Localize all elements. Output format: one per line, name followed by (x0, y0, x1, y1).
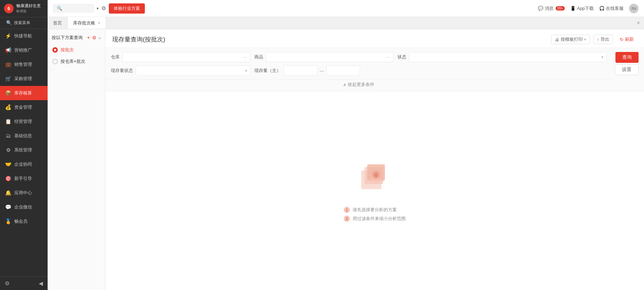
tab-home[interactable]: 首页 (48, 17, 68, 29)
content-area: 按以下方案查询 + ⚙ « 按批次 按仓库+批次 现存量查询(按批次) (48, 29, 644, 290)
export-icon: ↑ (597, 37, 599, 42)
online-service-button[interactable]: 🎧 在线客服 (599, 5, 624, 12)
collapse-sidebar-icon[interactable]: ◀ (39, 280, 43, 287)
status-label: 状态 (397, 54, 406, 60)
status-select[interactable]: ▾ (409, 52, 607, 62)
sidebar-item-appstore[interactable]: 🔔 应用中心 (0, 186, 48, 200)
left-panel-header: 按以下方案查询 + ⚙ « (48, 33, 105, 44)
sidebar-item-system[interactable]: ⚙ 系统管理 (0, 143, 48, 157)
topbar-gear-icon[interactable]: ⚙ (101, 5, 106, 12)
collapse-filters-button[interactable]: ∧ 收起更多条件 (343, 81, 374, 88)
filter-buttons: 查询 设置 (612, 48, 644, 91)
collapse-icon: ∧ (343, 82, 346, 87)
stock-qty-max-input[interactable] (326, 66, 360, 76)
tabbar: 首页 库存批次账 × × (48, 17, 644, 29)
sidebar-nav: ⚡ 快捷导航 📢 营销推广 💼 销售管理 🛒 采购管理 📦 库存核算 💰 资金管… (0, 29, 48, 276)
sidebar-item-basics[interactable]: 🗂 基础信息 (0, 129, 48, 143)
scheme-item-warehouse-batch[interactable]: 按仓库+批次 (48, 56, 105, 67)
scheme-settings-icon[interactable]: ⚙ (92, 35, 97, 40)
sidebar-search-label: 搜索菜单 (14, 20, 30, 26)
set-button[interactable]: 设置 (615, 64, 639, 75)
marketing-icon: 📢 (5, 47, 12, 54)
hint-text-2: 用过滤条件来缩小分析范围 (353, 216, 406, 222)
user-menu[interactable]: Rit (629, 4, 639, 13)
left-panel: 按以下方案查询 + ⚙ « 按批次 按仓库+批次 (48, 29, 105, 290)
member-icon: 🏅 (5, 218, 12, 225)
stock-status-label: 现存量状态 (111, 68, 133, 74)
empty-illustration (354, 157, 395, 199)
topbar-right: 💬 消息 99+ 📱 App下载 🎧 在线客服 Rit (538, 4, 639, 13)
settings-bottom-icon[interactable]: ⚙ (5, 280, 10, 287)
trial-button[interactable]: 体验行业方案 (109, 3, 145, 14)
sidebar-item-quick[interactable]: ⚡ 快捷导航 (0, 29, 48, 43)
goods-label: 商品 (254, 54, 263, 60)
warehouse-input[interactable]: ··· (122, 52, 250, 62)
status-dropdown-icon: ▾ (601, 55, 604, 59)
sidebar-item-sales[interactable]: 💼 销售管理 (0, 57, 48, 72)
quick-icon: ⚡ (5, 33, 12, 39)
sidebar-logo: 6 畅康通好生意 标准版 (0, 0, 48, 17)
collapse-row: ∧ 收起更多条件 (105, 79, 612, 91)
newbie-icon: 🎯 (5, 175, 12, 182)
sidebar-item-collab[interactable]: 🤝 企业协同 (0, 157, 48, 171)
sidebar-item-label: 快捷导航 (14, 33, 32, 39)
print-icon: 🖨 (555, 37, 559, 42)
stock-status-filter-group: 现存量状态 ▾ (111, 66, 250, 76)
print-dropdown-icon: ▾ (584, 37, 586, 42)
topbar: 🔍 ▾ ⚙ 体验行业方案 💬 消息 99+ 📱 App下载 🎧 在线客服 (48, 0, 644, 17)
avatar: Rit (629, 4, 639, 13)
app-name: 畅康通好生意 (16, 3, 41, 9)
warehouse-label: 仓库 (111, 54, 120, 60)
sidebar-bottom: ⚙ ◀ (0, 276, 48, 290)
topbar-dropdown-icon[interactable]: ▾ (97, 6, 99, 11)
goods-input[interactable]: ··· (266, 52, 394, 62)
warehouse-dots-btn[interactable]: ··· (243, 54, 247, 60)
add-scheme-icon[interactable]: + (87, 35, 90, 41)
operations-icon: 📋 (5, 118, 12, 125)
collapse-panel-icon[interactable]: « (99, 35, 101, 40)
goods-dots-btn[interactable]: ··· (387, 54, 391, 60)
stock-qty-min-input[interactable] (284, 66, 318, 76)
close-all-tabs-button[interactable]: × (633, 17, 644, 29)
sidebar-search[interactable]: 🔍 搜索菜单 (0, 17, 48, 29)
sidebar-item-newbie[interactable]: 🎯 新手引导 (0, 171, 48, 186)
svg-point-3 (369, 178, 384, 183)
query-button[interactable]: 查询 (615, 52, 639, 63)
tab-close-icon[interactable]: × (98, 21, 100, 25)
stock-qty-dash: — (320, 68, 324, 73)
stock-status-select[interactable]: ▾ (136, 66, 250, 76)
hint-num-1: 1 (344, 207, 350, 213)
filter-row-2: 现存量状态 ▾ 现存量（主） (105, 62, 612, 79)
refresh-button[interactable]: ↻ 刷新 (616, 35, 637, 44)
export-button[interactable]: ↑ 导出 (593, 35, 613, 44)
app-download-button[interactable]: 📱 App下载 (570, 5, 594, 12)
sidebar-item-finance[interactable]: 💰 资金管理 (0, 100, 48, 114)
empty-state: 1 请先选择要分析的方案 2 用过滤条件来缩小分析范围 (105, 91, 644, 290)
radio-warehouse-batch (52, 59, 58, 64)
sidebar-item-marketing[interactable]: 📢 营销推广 (0, 43, 48, 57)
filter-row-1: 仓库 ··· 商品 ··· (105, 48, 612, 62)
hint-item-2: 2 用过滤条件来缩小分析范围 (344, 216, 406, 222)
sidebar-item-purchase[interactable]: 🛒 采购管理 (0, 72, 48, 86)
collab-icon: 🤝 (5, 161, 12, 168)
page-header: 现存量查询(按批次) 🖨 按模板打印 ▾ ↑ 导出 ↻ 刷新 (105, 29, 644, 48)
hint-num-2: 2 (344, 216, 350, 222)
headset-icon: 🎧 (599, 6, 605, 11)
right-panel: 现存量查询(按批次) 🖨 按模板打印 ▾ ↑ 导出 ↻ 刷新 (105, 29, 644, 290)
topbar-search-box[interactable]: 🔍 (53, 4, 94, 13)
tab-inventory-batch[interactable]: 库存批次账 × (68, 17, 106, 29)
sales-icon: 💼 (5, 61, 12, 68)
sidebar-item-wechat[interactable]: 💬 企业微信 (0, 200, 48, 214)
messages-button[interactable]: 💬 消息 99+ (538, 5, 565, 12)
main-area: 🔍 ▾ ⚙ 体验行业方案 💬 消息 99+ 📱 App下载 🎧 在线客服 (48, 0, 644, 290)
print-button[interactable]: 🖨 按模板打印 ▾ (551, 35, 590, 44)
logo-icon: 6 (4, 4, 14, 13)
purchase-icon: 🛒 (5, 75, 12, 82)
sidebar-item-inventory[interactable]: 📦 库存核算 (0, 86, 48, 100)
scheme-item-batch[interactable]: 按批次 (48, 44, 105, 56)
sidebar-item-member[interactable]: 🏅 畅会员 (0, 214, 48, 229)
empty-hints: 1 请先选择要分析的方案 2 用过滤条件来缩小分析范围 (344, 207, 406, 224)
system-icon: ⚙ (5, 147, 12, 153)
appstore-icon: 🔔 (5, 189, 12, 196)
sidebar-item-operations[interactable]: 📋 经营管理 (0, 114, 48, 129)
